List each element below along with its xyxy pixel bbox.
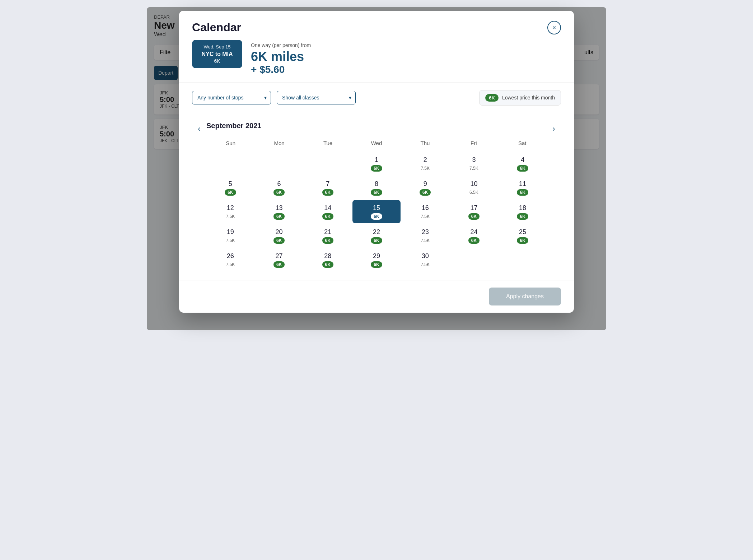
calendar-day-6[interactable]: 66K [255, 176, 303, 199]
day-header-thu: Thu [401, 137, 449, 149]
price-text-12: 7.5K [226, 214, 235, 219]
price-pill-25: 6K [517, 237, 528, 244]
next-month-button[interactable]: › [547, 122, 561, 136]
modal-overlay: Calendar Wed, Sep 15 NYC to MIA 6K One w… [147, 7, 606, 330]
calendar-day-1[interactable]: 16K [352, 152, 401, 175]
calendar-day-19[interactable]: 197.5K [206, 224, 254, 247]
calendar-day-14[interactable]: 146K [304, 200, 352, 223]
close-button[interactable]: × [547, 21, 561, 34]
selected-route: NYC to MIA [199, 51, 235, 57]
prev-month-button[interactable]: ‹ [192, 122, 206, 136]
day-header-mon: Mon [255, 137, 303, 149]
calendar-day-11[interactable]: 116K [499, 176, 547, 199]
calendar-day-23[interactable]: 237.5K [401, 224, 449, 247]
calendar-day-27[interactable]: 276K [255, 248, 303, 271]
calendar-day-21[interactable]: 216K [304, 224, 352, 247]
calendar-section: ‹ September 2021 Sun Mon Tue Wed Thu Fri… [179, 113, 574, 280]
modal-title-section: Calendar Wed, Sep 15 NYC to MIA 6K [192, 21, 242, 68]
price-text-23: 7.5K [421, 238, 430, 243]
calendar-month-title: September 2021 [206, 122, 547, 130]
price-pill-1: 6K [371, 165, 382, 172]
calendar-day-4[interactable]: 46K [499, 152, 547, 175]
calendar-day-7[interactable]: 76K [304, 176, 352, 199]
price-pill-17: 6K [468, 213, 480, 220]
price-pill-11: 6K [517, 189, 528, 196]
modal-title: Calendar [192, 21, 242, 34]
price-pill-5: 6K [225, 189, 236, 196]
lowest-price-badge: 6K Lowest price this month [479, 90, 561, 106]
price-text-30: 7.5K [421, 262, 430, 267]
stops-filter-wrapper[interactable]: Any number of stops Nonstop only 1 stop … [192, 91, 271, 104]
page-wrapper: DEPAR New Wed Filte ults Depart JFK 5:00… [147, 7, 606, 330]
selected-date-card: Wed, Sep 15 NYC to MIA 6K [192, 40, 242, 68]
day-header-tue: Tue [304, 137, 352, 149]
price-pill-4: 6K [517, 165, 528, 172]
calendar-empty-cell [255, 152, 303, 175]
calendar-day-15[interactable]: 156K [352, 200, 401, 223]
calendar-day-20[interactable]: 206K [255, 224, 303, 247]
price-text-26: 7.5K [226, 262, 235, 267]
badge-value: 6K [485, 94, 499, 102]
lowest-price-text: Lowest price this month [502, 95, 555, 101]
calendar-days-header: Sun Mon Tue Wed Thu Fri Sat [206, 137, 547, 149]
class-filter-select[interactable]: Show all classes Economy Business First [277, 91, 356, 104]
day-header-fri: Fri [449, 137, 498, 149]
day-header-sat: Sat [498, 137, 547, 149]
price-text-16: 7.5K [421, 214, 430, 219]
calendar-day-30[interactable]: 307.5K [401, 248, 449, 271]
price-pill-28: 6K [322, 261, 333, 268]
price-pill-22: 6K [371, 237, 382, 244]
calendar-empty-cell [206, 152, 254, 175]
day-header-sun: Sun [206, 137, 255, 149]
calendar-wrapper: September 2021 Sun Mon Tue Wed Thu Fri S… [206, 122, 547, 271]
calendar-day-10[interactable]: 106.5K [450, 176, 498, 199]
calendar-day-3[interactable]: 37.5K [450, 152, 498, 175]
calendar-empty-cell [304, 152, 352, 175]
selected-miles: 6K [199, 58, 235, 64]
price-text-2: 7.5K [421, 166, 430, 171]
calendar-day-25[interactable]: 256K [499, 224, 547, 247]
pricing-info: One way (per person) from 6K miles + $5.… [251, 21, 311, 75]
class-filter-wrapper[interactable]: Show all classes Economy Business First [277, 91, 356, 104]
calendar-day-28[interactable]: 286K [304, 248, 352, 271]
calendar-day-13[interactable]: 136K [255, 200, 303, 223]
selected-date-label: Wed, Sep 15 [199, 44, 235, 50]
price-pill-24: 6K [468, 237, 480, 244]
calendar-day-5[interactable]: 56K [206, 176, 254, 199]
calendar-day-16[interactable]: 167.5K [401, 200, 449, 223]
calendar-day-24[interactable]: 246K [450, 224, 498, 247]
calendar-day-17[interactable]: 176K [450, 200, 498, 223]
calendar-day-22[interactable]: 226K [352, 224, 401, 247]
modal-header: Calendar Wed, Sep 15 NYC to MIA 6K One w… [179, 11, 574, 83]
price-pill-14: 6K [322, 213, 333, 220]
price-pill-18: 6K [517, 213, 528, 220]
calendar-day-18[interactable]: 186K [499, 200, 547, 223]
plus-fee: + $5.60 [251, 64, 311, 75]
calendar-day-2[interactable]: 27.5K [401, 152, 449, 175]
price-text-10: 6.5K [469, 190, 478, 195]
price-pill-27: 6K [273, 261, 285, 268]
price-text-19: 7.5K [226, 238, 235, 243]
price-pill-13: 6K [273, 213, 285, 220]
stops-filter-select[interactable]: Any number of stops Nonstop only 1 stop … [192, 91, 271, 104]
price-text-3: 7.5K [469, 166, 478, 171]
nav-with-calendar: ‹ September 2021 Sun Mon Tue Wed Thu Fri… [192, 122, 561, 271]
price-pill-29: 6K [371, 261, 382, 268]
calendar-day-12[interactable]: 127.5K [206, 200, 254, 223]
calendar-day-26[interactable]: 267.5K [206, 248, 254, 271]
one-way-label: One way (per person) from [251, 42, 311, 48]
calendar-empty-cell [499, 248, 547, 271]
modal-header-left: Calendar Wed, Sep 15 NYC to MIA 6K One w… [192, 21, 311, 75]
price-pill-8: 6K [371, 189, 382, 196]
apply-changes-button[interactable]: Apply changes [489, 288, 561, 305]
calendar-day-8[interactable]: 86K [352, 176, 401, 199]
modal-filters: Any number of stops Nonstop only 1 stop … [179, 83, 574, 113]
price-pill-20: 6K [273, 237, 285, 244]
price-pill-7: 6K [322, 189, 333, 196]
calendar-empty-cell [450, 248, 498, 271]
calendar-day-29[interactable]: 296K [352, 248, 401, 271]
price-pill-6: 6K [273, 189, 285, 196]
price-pill-15: 6K [371, 213, 382, 220]
calendar-day-9[interactable]: 96K [401, 176, 449, 199]
modal-footer: Apply changes [179, 280, 574, 313]
